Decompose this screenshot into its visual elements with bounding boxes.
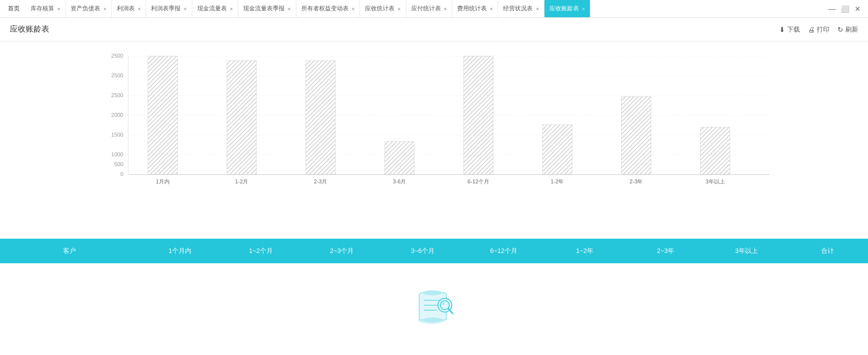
refresh-icon: ↻ xyxy=(837,26,843,34)
th-6-12month: 6~12个月 xyxy=(463,247,544,255)
tab-cashflow-quarter[interactable]: 现金流量表季报 × xyxy=(238,0,296,18)
window-controls: — ⬜ ✕ xyxy=(828,4,866,13)
page-actions: ⬇ 下载 🖨 打印 ↻ 刷新 xyxy=(779,25,858,34)
bar-1-2month xyxy=(227,61,256,175)
minimize-button[interactable]: — xyxy=(828,4,836,13)
empty-state xyxy=(0,263,868,342)
refresh-button[interactable]: ↻ 刷新 xyxy=(837,25,858,34)
print-button[interactable]: 🖨 打印 xyxy=(808,25,830,34)
close-icon[interactable]: × xyxy=(398,6,400,12)
tab-home[interactable]: 首页 xyxy=(2,0,26,18)
close-button[interactable]: ✕ xyxy=(853,4,862,13)
svg-text:1500: 1500 xyxy=(111,132,123,138)
empty-icon xyxy=(409,278,459,327)
close-icon[interactable]: × xyxy=(444,6,447,12)
maximize-button[interactable]: ⬜ xyxy=(840,4,849,13)
close-icon[interactable]: × xyxy=(138,6,141,12)
th-1month: 1个月内 xyxy=(140,247,220,255)
close-icon[interactable]: × xyxy=(230,6,233,12)
th-customer: 客户 xyxy=(0,247,140,255)
tab-operations[interactable]: 经营状况表 × xyxy=(498,0,544,18)
page-header: 应收账龄表 ⬇ 下载 🖨 打印 ↻ 刷新 xyxy=(0,18,868,41)
svg-text:1月内: 1月内 xyxy=(156,178,170,184)
close-icon[interactable]: × xyxy=(57,6,60,12)
main-content: 2500 2500 2500 2000 1500 1000 500 0 1月内 … xyxy=(0,41,868,355)
close-icon[interactable]: × xyxy=(288,6,290,12)
close-icon[interactable]: × xyxy=(352,6,355,12)
bar-3-6month xyxy=(385,142,414,175)
page-title: 应收账龄表 xyxy=(10,24,49,35)
close-icon[interactable]: × xyxy=(490,6,493,12)
th-3-6month: 3~6个月 xyxy=(382,247,463,255)
th-1-2month: 1~2个月 xyxy=(220,247,301,255)
svg-text:1-2月: 1-2月 xyxy=(235,178,249,184)
svg-text:1-2年: 1-2年 xyxy=(551,178,564,184)
svg-text:0: 0 xyxy=(120,171,123,177)
tab-aging[interactable]: 应收账龄表 × xyxy=(544,0,590,18)
svg-text:2-3月: 2-3月 xyxy=(314,178,327,184)
tab-receivable-stat[interactable]: 应收统计表 × xyxy=(360,0,406,18)
svg-text:6-12个月: 6-12个月 xyxy=(468,178,489,184)
svg-text:2500: 2500 xyxy=(111,72,123,78)
svg-text:2500: 2500 xyxy=(111,92,123,98)
bar-6-12month xyxy=(464,56,493,175)
close-icon[interactable]: × xyxy=(103,6,106,12)
tab-profit-quarter[interactable]: 利润表季报 × xyxy=(146,0,192,18)
close-icon[interactable]: × xyxy=(536,6,539,12)
chart-container: 2500 2500 2500 2000 1500 1000 500 0 1月内 … xyxy=(20,51,848,199)
table-header: 客户 1个月内 1~2个月 2~3个月 3~6个月 6~12个月 1~2年 2~… xyxy=(0,239,868,263)
tab-cashflow[interactable]: 现金流量表 × xyxy=(192,0,238,18)
close-icon[interactable]: × xyxy=(183,6,186,12)
tab-balance[interactable]: 资产负债表 × xyxy=(66,0,111,18)
th-3year-plus: 3年以上 xyxy=(706,247,787,255)
svg-point-36 xyxy=(442,303,444,305)
tab-payable-stat[interactable]: 应付统计表 × xyxy=(406,0,452,18)
svg-text:2500: 2500 xyxy=(111,53,123,59)
tab-bar: 首页 库存核算 × 资产负债表 × 利润表 × 利润表季报 × 现金流量表 × … xyxy=(0,0,868,18)
tab-profit[interactable]: 利润表 × xyxy=(112,0,146,18)
bar-3year-plus xyxy=(700,127,730,175)
download-icon: ⬇ xyxy=(779,26,785,34)
tab-inventory[interactable]: 库存核算 × xyxy=(26,0,66,18)
bar-1-2year xyxy=(542,125,572,175)
print-icon: 🖨 xyxy=(808,26,815,34)
tab-expense-stat[interactable]: 费用统计表 × xyxy=(452,0,498,18)
bar-2-3year xyxy=(621,97,651,175)
svg-text:2-3年: 2-3年 xyxy=(630,178,643,184)
bar-chart: 2500 2500 2500 2000 1500 1000 500 0 1月内 … xyxy=(20,51,848,199)
th-2-3month: 2~3个月 xyxy=(301,247,382,255)
svg-text:3年以上: 3年以上 xyxy=(705,178,724,184)
bar-2-3month xyxy=(306,61,335,175)
th-2-3year: 2~3年 xyxy=(625,247,706,255)
svg-text:3-6月: 3-6月 xyxy=(393,178,406,184)
svg-text:2000: 2000 xyxy=(111,112,123,118)
tab-equity[interactable]: 所有者权益变动表 × xyxy=(296,0,360,18)
download-button[interactable]: ⬇ 下载 xyxy=(779,25,800,34)
svg-text:1000: 1000 xyxy=(111,151,123,157)
svg-point-37 xyxy=(423,290,442,295)
svg-text:500: 500 xyxy=(114,161,123,167)
th-1-2year: 1~2年 xyxy=(544,247,625,255)
close-icon[interactable]: × xyxy=(582,6,585,12)
th-total: 合计 xyxy=(787,247,868,255)
svg-point-32 xyxy=(423,318,442,322)
chart-area: 2500 2500 2500 2000 1500 1000 500 0 1月内 … xyxy=(0,41,868,239)
bar-1month xyxy=(148,56,178,175)
